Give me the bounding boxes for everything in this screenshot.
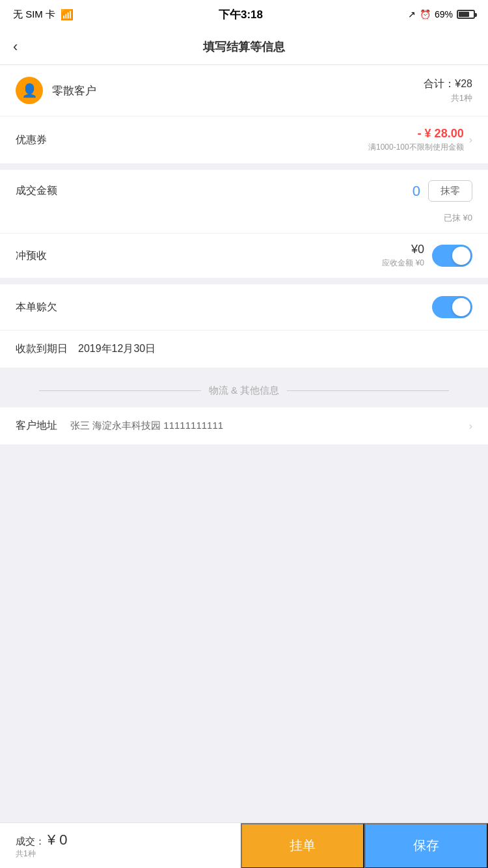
address-value: 张三 海淀永丰科技园 11111111111 [70,420,469,432]
advance-toggle[interactable] [432,245,472,267]
customer-name: 零散客户 [52,83,96,98]
advance-row: 冲预收 ¥0 应收金额 ¥0 [0,233,488,278]
address-section: 客户地址 张三 海淀永丰科技园 11111111111 › [0,407,488,444]
alarm-icon: ⏰ [420,9,431,20]
content: 👤 零散客户 合计：¥28 共1种 优惠券 - ¥ 28.00 满1000-10… [0,65,488,503]
customer-info: 👤 零散客户 [16,77,96,104]
status-bar: 无 SIM 卡 📶 下午3:18 ↗ ⏰ 69% [0,0,488,29]
bottom-amount: ¥ 0 [47,832,68,848]
coupon-label: 优惠券 [16,133,47,147]
bottom-count: 共1种 [16,848,225,860]
due-date-label: 收款到期日 [16,342,68,356]
deal-right: 0 抹零 [401,180,472,202]
due-date-value[interactable]: 2019年12月30日 [78,342,156,356]
divider-right [287,390,449,391]
avatar: 👤 [16,77,43,104]
credit-toggle[interactable] [432,296,472,318]
divider-left [39,390,201,391]
bottom-summary: 成交： ¥ 0 共1种 [0,832,241,860]
coupon-row[interactable]: 优惠券 - ¥ 28.00 满1000-100不限制使用金额 › [0,116,488,163]
total-amount: 合计：¥28 [424,77,472,91]
logistics-header: 物流 & 其他信息 [0,374,488,407]
save-button[interactable]: 保存 [364,823,488,869]
wifi-icon: 📶 [61,8,74,21]
page-title: 填写结算等信息 [203,39,285,55]
coupon-description: 满1000-100不限制使用金额 [368,142,464,153]
battery-percent: 69% [435,9,453,20]
back-button[interactable]: ‹ [13,38,18,55]
address-label: 客户地址 [16,419,57,433]
credit-label: 本单赊欠 [16,301,57,314]
logistics-title: 物流 & 其他信息 [209,385,279,397]
deal-amount-label: 成交金额 [16,184,57,198]
credit-toggle-knob [452,298,470,316]
location-icon: ↗ [408,9,416,20]
due-date-row: 收款到期日 2019年12月30日 [0,330,488,368]
bottom-deal-row: 成交： ¥ 0 [16,832,225,848]
total-count: 共1种 [424,92,472,104]
advance-sub: 应收金额 ¥0 [382,258,424,269]
address-chevron-icon: › [469,420,472,432]
deal-section: 成交金额 0 抹零 已抹 ¥0 冲预收 ¥0 应收金额 ¥0 [0,170,488,278]
address-row[interactable]: 客户地址 张三 海淀永丰科技园 11111111111 › [0,407,488,444]
credit-row: 本单赊欠 [0,284,488,330]
status-right: ↗ ⏰ 69% [408,9,475,20]
chevron-right-icon: › [469,134,472,146]
carrier-text: 无 SIM 卡 [13,8,55,21]
status-left: 无 SIM 卡 📶 [13,8,74,21]
customer-section: 👤 零散客户 合计：¥28 共1种 优惠券 - ¥ 28.00 满1000-10… [0,65,488,163]
advance-label: 冲预收 [16,249,47,263]
logistics-title-row: 物流 & 其他信息 [0,385,488,397]
customer-row: 👤 零散客户 合计：¥28 共1种 [0,65,488,116]
battery-icon [457,10,475,19]
advance-right: ¥0 应收金额 ¥0 [382,243,472,269]
deal-amount-value[interactable]: 0 [401,183,420,200]
bottom-spacer [0,451,488,503]
round-button[interactable]: 抹零 [428,180,472,202]
nav-bar: ‹ 填写结算等信息 [0,29,488,65]
advance-amount: ¥0 [382,243,424,256]
bottom-bar: 成交： ¥ 0 共1种 挂单 保存 [0,822,488,868]
hold-button[interactable]: 挂单 [241,823,364,869]
advance-value-block: ¥0 应收金额 ¥0 [382,243,424,269]
avatar-icon: 👤 [21,83,38,98]
customer-total: 合计：¥28 共1种 [424,77,472,104]
status-time: 下午3:18 [219,7,263,22]
coupon-amount: - ¥ 28.00 [368,127,464,141]
toggle-knob [452,247,470,265]
bottom-deal-label: 成交： [16,835,45,848]
deal-sub-text: 已抹 ¥0 [0,212,488,233]
credit-section: 本单赊欠 收款到期日 2019年12月30日 [0,284,488,368]
coupon-value-block: - ¥ 28.00 满1000-100不限制使用金额 [368,127,464,153]
coupon-right: - ¥ 28.00 满1000-100不限制使用金额 › [368,127,472,153]
deal-amount-row: 成交金额 0 抹零 [0,170,488,212]
